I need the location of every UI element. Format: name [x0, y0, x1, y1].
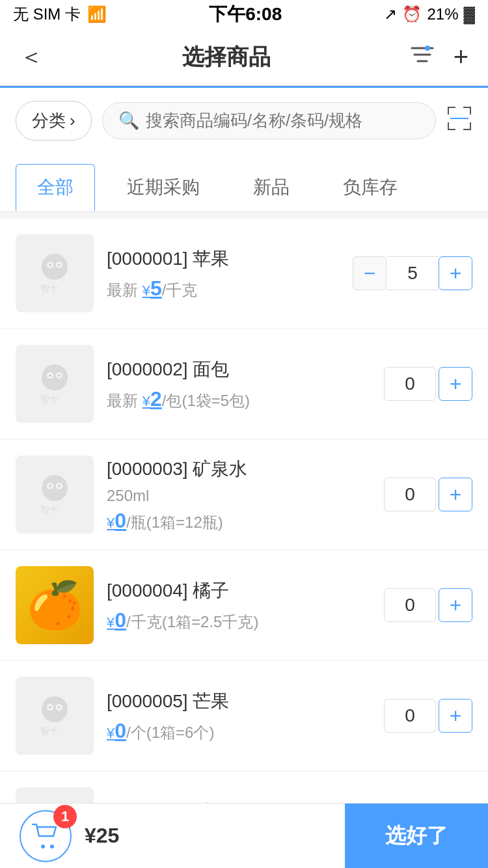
qty-input[interactable] [386, 256, 439, 290]
page-title: 选择商品 [182, 42, 271, 72]
product-info-0000001: [0000001] 苹果 最新 ¥5/千克 [107, 247, 340, 301]
qty-plus-button[interactable]: + [439, 478, 472, 511]
qty-control-0000003: + [384, 478, 472, 511]
nav-actions: + [411, 42, 468, 72]
product-price: 最新 ¥5/千克 [107, 277, 340, 301]
back-button[interactable]: ＜ [20, 41, 43, 73]
svg-rect-7 [470, 107, 471, 115]
product-image-0000005: 智十 [16, 677, 94, 755]
wifi-icon: 📶 [87, 5, 107, 23]
svg-point-23 [58, 374, 61, 377]
nav-bar: ＜ 选择商品 + [0, 29, 488, 86]
category-button[interactable]: 分类 › [16, 101, 92, 141]
svg-point-49 [41, 845, 45, 848]
filter-icon[interactable] [411, 44, 434, 70]
add-button[interactable]: + [454, 42, 468, 72]
product-price: ¥0/个(1箱=6个) [107, 719, 371, 743]
product-info-0000004: [0000004] 橘子 ¥0/千克(1箱=2.5千克) [107, 578, 371, 632]
product-name: [0000004] 橘子 [107, 578, 371, 603]
svg-point-35 [58, 706, 61, 709]
qty-input[interactable] [384, 367, 436, 401]
svg-rect-5 [448, 107, 449, 115]
tab-negative-stock[interactable]: 负库存 [321, 164, 419, 211]
qty-plus-button[interactable]: + [439, 256, 472, 290]
price-latest-label: 最新 [107, 281, 142, 299]
svg-text:智十: 智十 [40, 726, 59, 736]
svg-point-22 [49, 374, 51, 377]
product-image-0000001: 智十 [16, 234, 94, 312]
list-item: 智十 [0000002] 面包 最新 ¥2/包(1袋=5包) + [0, 329, 488, 439]
product-image-0000004: 🍊 [16, 566, 94, 644]
product-spec: 250ml [107, 487, 371, 505]
status-left: 无 SIM 卡 📶 [13, 4, 107, 25]
svg-rect-12 [450, 118, 468, 119]
product-name: [0000001] 苹果 [107, 247, 340, 271]
product-price: ¥0/千克(1箱=2.5千克) [107, 608, 371, 632]
confirm-button[interactable]: 选好了 [345, 804, 488, 869]
search-box: 🔍 [102, 102, 436, 139]
bottom-bar: 1 ¥25 选好了 [0, 803, 488, 868]
svg-point-50 [50, 845, 54, 848]
product-name: [0000003] 矿泉水 [107, 457, 371, 481]
product-info-0000002: [0000002] 面包 最新 ¥2/包(1袋=5包) [107, 357, 371, 411]
product-price: ¥0/瓶(1箱=12瓶) [107, 509, 371, 533]
product-image-0000003: 智十 [16, 455, 94, 534]
svg-point-25 [42, 475, 68, 501]
search-input[interactable] [146, 111, 420, 131]
qty-plus-button[interactable]: + [439, 588, 472, 622]
svg-point-16 [49, 264, 51, 266]
search-icon: 🔍 [118, 111, 139, 131]
status-bar: 无 SIM 卡 📶 下午6:08 ↗ ⏰ 21% ▓ [0, 0, 488, 29]
price-unit: /千克 [162, 281, 198, 299]
cart-total-price: ¥25 [85, 824, 119, 848]
category-label: 分类 [32, 109, 66, 132]
category-chevron: › [70, 111, 75, 131]
qty-control-0000004: + [384, 588, 472, 622]
product-list: 智十 [0000001] 苹果 最新 ¥5/千克 − + 智十 [0, 212, 488, 868]
tab-recent[interactable]: 近期采购 [105, 164, 221, 211]
scan-icon[interactable] [446, 105, 472, 137]
qty-control-0000001: − + [353, 256, 472, 290]
status-time: 下午6:08 [209, 2, 282, 27]
svg-point-29 [58, 485, 61, 487]
tab-new[interactable]: 新品 [232, 164, 311, 211]
product-price: 最新 ¥2/包(1袋=5包) [107, 387, 371, 411]
alarm-icon: ⏰ [402, 5, 422, 23]
product-name: [0000002] 面包 [107, 357, 371, 382]
qty-plus-button[interactable]: + [439, 367, 472, 401]
svg-rect-11 [470, 122, 471, 130]
qty-input[interactable] [384, 588, 436, 622]
list-item: 智十 [0000005] 芒果 ¥0/个(1箱=6个) + [0, 661, 488, 770]
list-item: 🍊 [0000004] 橘子 ¥0/千克(1箱=2.5千克) + [0, 550, 488, 660]
product-image-0000002: 智十 [16, 345, 94, 423]
product-info-0000003: [0000003] 矿泉水 250ml ¥0/瓶(1箱=12瓶) [107, 457, 371, 533]
qty-plus-button[interactable]: + [439, 699, 472, 733]
cart-badge: 1 [53, 805, 77, 828]
location-icon: ↗ [384, 5, 397, 23]
svg-point-3 [425, 46, 430, 51]
battery-icon: ▓ [463, 5, 475, 23]
tab-all[interactable]: 全部 [16, 164, 95, 211]
svg-point-17 [58, 264, 61, 266]
svg-text:智十: 智十 [40, 394, 59, 404]
qty-input[interactable] [384, 478, 436, 511]
qty-control-0000005: + [384, 699, 472, 733]
list-item: 智十 [0000003] 矿泉水 250ml ¥0/瓶(1箱=12瓶) + [0, 440, 488, 549]
status-right: ↗ ⏰ 21% ▓ [384, 5, 475, 23]
svg-point-19 [42, 364, 68, 390]
filter-row: 分类 › 🔍 [0, 88, 488, 154]
battery-status: 21% [427, 5, 458, 23]
svg-point-13 [42, 254, 68, 280]
qty-input[interactable] [384, 699, 436, 733]
svg-point-28 [49, 485, 51, 487]
cart-icon-button[interactable]: 1 [20, 810, 72, 862]
svg-point-34 [49, 706, 51, 709]
price-value: 5 [150, 277, 162, 300]
product-info-0000005: [0000005] 芒果 ¥0/个(1箱=6个) [107, 689, 371, 743]
svg-text:智十: 智十 [40, 504, 59, 515]
qty-minus-button[interactable]: − [353, 256, 386, 290]
qty-control-0000002: + [384, 367, 472, 401]
svg-text:智十: 智十 [40, 283, 59, 293]
svg-point-31 [42, 696, 68, 722]
tabs-row: 全部 近期采购 新品 负库存 [0, 154, 488, 212]
